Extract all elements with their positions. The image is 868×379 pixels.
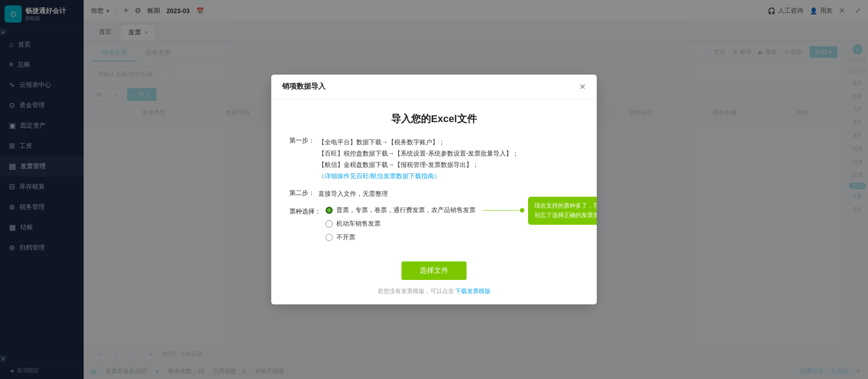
modal-title: 销项数据导入: [282, 82, 326, 91]
ticket-radio-group: 普票，专票，卷票，通行费发票，农产品销售发票 × 现在支持的票种多了，导入发票时…: [326, 206, 479, 242]
modal-import-title: 导入您的Excel文件: [289, 112, 579, 126]
radio-none-label: 不开票: [336, 233, 355, 242]
step1-line2: 【百旺】税控盘数据下载→【系统设置-系统参数设置-发票批量导入】；: [318, 148, 519, 159]
modal-btn-area: 选择文件: [289, 261, 579, 280]
step1-row: 第一步： 【全电平台】数据下载→【税务数字账户】； 【百旺】税控盘数据下载→【系…: [289, 137, 579, 182]
radio-general[interactable]: [326, 207, 333, 214]
modal-header: 销项数据导入 ✕: [271, 75, 597, 99]
ticket-section: 票种选择： 普票，专票，卷票，通行费发票，农产品销售发票 × 现在支持的票种多了: [289, 206, 579, 252]
ticket-label: 票种选择：: [289, 206, 321, 216]
step1-line3: 【航信】金税盘数据下载→【报税管理-发票数据导出】；: [318, 159, 519, 171]
guide-link[interactable]: （详细操作见百旺/航信发票数据下载指南）: [318, 172, 440, 180]
modal: 销项数据导入 ✕ 导入您的Excel文件 第一步： 【全电平台】数据下载→【税务…: [271, 75, 597, 305]
radio-vehicle[interactable]: [326, 220, 333, 227]
radio-vehicle-label: 机动车销售发票: [336, 220, 381, 228]
tooltip-bubble: × 现在支持的票种多了，导入发票时别忘了选择正确的发票类型呀!: [528, 197, 597, 225]
step1-label: 第一步：: [289, 137, 315, 180]
radio-general-label: 普票，专票，卷票，通行费发票，农产品销售发票: [336, 206, 476, 214]
radio-row-none: 不开票: [326, 233, 479, 242]
download-template-link[interactable]: 下载发票模版: [455, 288, 491, 294]
step1-link: （详细操作见百旺/航信发票数据下载指南）: [318, 171, 519, 182]
radio-none[interactable]: [326, 234, 333, 241]
step1-line1: 【全电平台】数据下载→【税务数字账户】；: [318, 137, 519, 148]
step1-content: 【全电平台】数据下载→【税务数字账户】； 【百旺】税控盘数据下载→【系统设置-系…: [318, 137, 519, 182]
tooltip-text: 现在支持的票种多了，导入发票时别忘了选择正确的发票类型呀!: [534, 202, 597, 218]
radio-row-general: 普票，专票，卷票，通行费发票，农产品销售发票 × 现在支持的票种多了，导入发票时…: [326, 206, 479, 214]
footer-text: 若您没有发票模版，可以点击: [377, 288, 454, 294]
tooltip-dot: [520, 208, 524, 213]
modal-overlay: 销项数据导入 ✕ 导入您的Excel文件 第一步： 【全电平台】数据下载→【税务…: [0, 0, 868, 379]
modal-step1: 第一步： 【全电平台】数据下载→【税务数字账户】； 【百旺】税控盘数据下载→【系…: [289, 137, 579, 182]
modal-body: 导入您的Excel文件 第一步： 【全电平台】数据下载→【税务数字账户】； 【百…: [271, 99, 597, 305]
tooltip-line: [483, 210, 519, 211]
radio-row-vehicle: 机动车销售发票: [326, 220, 479, 228]
step2-content: 直接导入文件，无需整理: [318, 190, 388, 198]
select-file-btn[interactable]: 选择文件: [401, 261, 467, 280]
modal-footer-text: 若您没有发票模版，可以点击 下载发票模版: [289, 287, 579, 295]
step2-label: 第二步：: [289, 189, 315, 197]
modal-close-btn[interactable]: ✕: [579, 82, 586, 92]
